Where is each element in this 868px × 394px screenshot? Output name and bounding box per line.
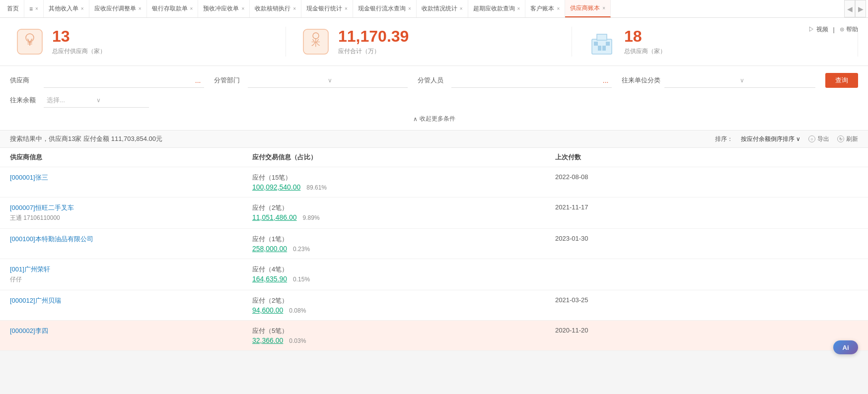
nav-tab-bank-deposit[interactable]: 银行存取款单× bbox=[147, 0, 199, 17]
nav-tab-close-supplier-account[interactable]: × bbox=[602, 5, 605, 11]
table-row: [000001]张三应付（15笔） 100,092,540.00 89.61% … bbox=[0, 167, 868, 197]
supplier-dots-icon[interactable]: ... bbox=[195, 76, 201, 84]
nav-next-arrow[interactable]: ▶ bbox=[855, 0, 866, 17]
dept-select[interactable]: ∨ bbox=[248, 73, 408, 88]
results-actions: 排序： 按应付余额倒序排序 ∨ ○ 导出 ↻ 刷新 bbox=[715, 135, 858, 143]
nav-tab-other-income[interactable]: 其他收入单× bbox=[44, 0, 89, 17]
supplier-link-3[interactable]: [001]广州荣轩 bbox=[10, 265, 50, 273]
summary-area: ¥ 13 总应付供应商（家） 米 11,170.39 应付合计（万） bbox=[0, 18, 868, 66]
supplier-col-5: [000002]李四 bbox=[10, 327, 252, 335]
col-header-supplier: 供应商信息 bbox=[10, 153, 252, 162]
ai-badge[interactable]: Ai bbox=[833, 340, 858, 351]
supplier-sub-3: 仔仔 bbox=[10, 275, 252, 284]
card2-number: 11,170.39 bbox=[338, 28, 409, 45]
filter-category: 往来单位分类 ∨ bbox=[622, 73, 816, 88]
person-label: 分管人员 bbox=[418, 76, 447, 85]
supplier-link-2[interactable]: [000100]本特勤油品有限公司 bbox=[10, 235, 93, 243]
nav-tab-tab3[interactable]: ≡× bbox=[24, 0, 44, 17]
supplier-col-0: [000001]张三 bbox=[10, 173, 252, 182]
nav-tab-close-payable-adjust[interactable]: × bbox=[139, 6, 142, 11]
transaction-col-4: 应付（2笔） 94,600.00 0.08% bbox=[252, 296, 555, 314]
nav-tab-home[interactable]: 首页 bbox=[2, 0, 24, 17]
video-link[interactable]: ▷ 视频 bbox=[808, 25, 828, 34]
nav-tab-collection-stat[interactable]: 收款情况统计× bbox=[417, 0, 468, 17]
nav-tab-cash-bank-stat[interactable]: 现金银行统计× bbox=[301, 0, 353, 17]
supplier-col-4: [000012]广州贝瑞 bbox=[10, 296, 252, 305]
category-label: 往来单位分类 bbox=[622, 76, 660, 85]
nav-tab-customer-account[interactable]: 客户账本× bbox=[525, 0, 565, 17]
nav-tab-payable-adjust[interactable]: 应收应付调整单× bbox=[89, 0, 147, 17]
svg-text:米: 米 bbox=[311, 38, 320, 48]
nav-tab-cash-bank-flow[interactable]: 现金银行流水查询× bbox=[353, 0, 417, 17]
help-link[interactable]: ⊙ 帮助 bbox=[840, 25, 858, 34]
card3-label: 总供应商（家） bbox=[624, 47, 666, 56]
trans-amount-5[interactable]: 32,366.00 bbox=[252, 336, 283, 344]
trans-label-3: 应付（4笔） bbox=[252, 265, 555, 274]
trans-percent-0: 89.61% bbox=[306, 184, 327, 191]
supplier-input[interactable] bbox=[47, 73, 195, 88]
transaction-col-2: 应付（1笔） 258,000.00 0.23% bbox=[252, 235, 555, 253]
supplier-link-0[interactable]: [000001]张三 bbox=[10, 174, 48, 181]
trans-amount-2[interactable]: 258,000.00 bbox=[252, 245, 287, 253]
supplier-link-5[interactable]: [000002]李四 bbox=[10, 327, 48, 334]
nav-tab-label: 预收冲应收单 bbox=[203, 4, 239, 13]
person-input[interactable] bbox=[454, 73, 603, 88]
card3-content: 18 总供应商（家） bbox=[624, 28, 666, 56]
trans-percent-2: 0.23% bbox=[293, 246, 310, 253]
nav-tab-close-advance-verify[interactable]: × bbox=[241, 6, 244, 11]
filter-balance: 往来余额 选择... ∨ bbox=[10, 93, 149, 108]
nav-tab-close-tab3[interactable]: × bbox=[35, 6, 38, 11]
trans-amount-4[interactable]: 94,600.00 bbox=[252, 306, 283, 314]
table-row: [001]广州荣轩仔仔应付（4笔） 164,635.90 0.15% bbox=[0, 259, 868, 290]
supplier-input-wrapper[interactable]: ... bbox=[44, 73, 204, 88]
trans-amount-3[interactable]: 164,635.90 bbox=[252, 275, 287, 283]
supplier-link-4[interactable]: [000012]广州贝瑞 bbox=[10, 297, 61, 304]
nav-tab-close-collection-stat[interactable]: × bbox=[460, 6, 463, 11]
nav-tab-overdue-query[interactable]: 超期应收款查询× bbox=[468, 0, 526, 17]
trans-amount-1[interactable]: 11,051,486.00 bbox=[252, 213, 297, 221]
category-select[interactable]: ∨ bbox=[664, 73, 816, 88]
query-button[interactable]: 查询 bbox=[825, 73, 858, 88]
person-dots-icon[interactable]: ... bbox=[603, 76, 609, 84]
refresh-button[interactable]: ↻ 刷新 bbox=[837, 135, 858, 143]
collapse-button[interactable]: ∧ 收起更多条件 bbox=[408, 113, 460, 125]
nav-prev-arrow[interactable]: ◀ bbox=[844, 0, 855, 17]
supplier-link-1[interactable]: [000007]恒旺二手叉车 bbox=[10, 204, 74, 211]
trans-amount-0[interactable]: 100,092,540.00 bbox=[252, 183, 300, 191]
trans-row-1: 11,051,486.00 9.89% bbox=[252, 212, 555, 221]
supplier-col-1: [000007]恒旺二手叉车王通 17106110000 bbox=[10, 203, 252, 222]
sort-select[interactable]: 按应付余额倒序排序 ∨ bbox=[741, 135, 800, 143]
balance-label: 往来余额 bbox=[10, 96, 40, 105]
svg-rect-8 bbox=[598, 46, 601, 51]
nav-tab-close-overdue-query[interactable]: × bbox=[517, 6, 520, 11]
dept-label: 分管部门 bbox=[214, 76, 244, 85]
nav-tab-collect-verify[interactable]: 收款核销执行× bbox=[250, 0, 301, 17]
nav-tab-supplier-account[interactable]: 供应商账本× bbox=[565, 0, 611, 17]
nav-tab-close-bank-deposit[interactable]: × bbox=[190, 6, 193, 11]
card1-number: 13 bbox=[52, 28, 106, 45]
table-header: 供应商信息 应付交易信息（占比） 上次付数 bbox=[0, 148, 868, 167]
trans-label-1: 应付（2笔） bbox=[252, 203, 555, 212]
nav-tab-close-customer-account[interactable]: × bbox=[557, 6, 560, 11]
table-row: [000012]广州贝瑞应付（2笔） 94,600.00 0.08% 2021-… bbox=[0, 290, 868, 321]
export-icon: ○ bbox=[808, 135, 815, 142]
last-payment-date-1: 2021-11-17 bbox=[555, 203, 588, 211]
trans-percent-4: 0.08% bbox=[289, 307, 306, 314]
person-input-wrapper[interactable]: ... bbox=[451, 73, 612, 88]
category-chevron-icon: ∨ bbox=[740, 77, 812, 84]
export-button[interactable]: ○ 导出 bbox=[808, 135, 829, 143]
refresh-icon: ↻ bbox=[837, 135, 844, 142]
balance-select[interactable]: 选择... ∨ bbox=[44, 93, 149, 108]
balance-chevron-icon: ∨ bbox=[96, 97, 146, 104]
nav-tab-close-cash-bank-stat[interactable]: × bbox=[345, 6, 348, 11]
trans-row-4: 94,600.00 0.08% bbox=[252, 305, 555, 314]
nav-tab-close-cash-bank-flow[interactable]: × bbox=[408, 6, 411, 11]
nav-tab-close-collect-verify[interactable]: × bbox=[293, 6, 296, 11]
results-bar: 搜索结果中，供应商13家 应付金额 111,703,854.00元 排序： 按应… bbox=[0, 131, 868, 148]
svg-rect-9 bbox=[602, 46, 606, 51]
transaction-col-5: 应付（5笔） 32,366.00 0.03% bbox=[252, 327, 555, 344]
summary-card-payable-suppliers: ¥ 13 总应付供应商（家） bbox=[10, 27, 286, 57]
trans-row-5: 32,366.00 0.03% bbox=[252, 335, 555, 344]
nav-tab-advance-verify[interactable]: 预收冲应收单× bbox=[198, 0, 250, 17]
nav-tab-close-other-income[interactable]: × bbox=[81, 6, 84, 11]
